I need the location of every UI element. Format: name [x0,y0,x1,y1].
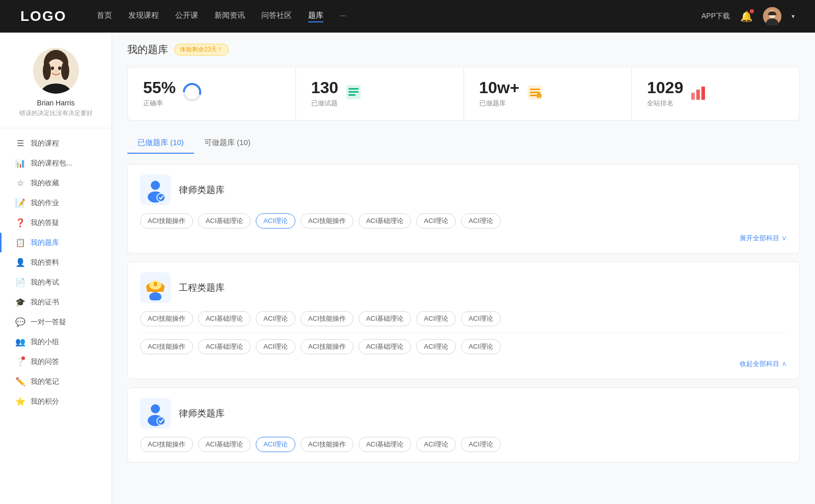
sidebar-menu: ☰ 我的课程 📊 我的课程包... ☆ 我的收藏 📝 我的作业 ❓ 我的答疑 📋 [0,133,112,422]
nav-link-news[interactable]: 新闻资讯 [214,11,245,22]
stat-label-done: 已做试题 [311,99,338,108]
svg-rect-24 [691,93,695,100]
bank-tag[interactable]: ACI理论 [256,339,295,354]
bank-tag[interactable]: ACI理论 [461,339,501,354]
nav-link-home[interactable]: 首页 [97,11,112,22]
sidebar-label: 我的问答 [31,357,59,367]
bank-tag[interactable]: ACI基础理论 [198,213,251,229]
bank-tag[interactable]: ACI理论 [416,311,456,326]
bank-separator [140,332,787,333]
sidebar-item-profile[interactable]: 👤 我的资料 [0,253,112,272]
package-icon: 📊 [15,158,25,168]
bank-tag[interactable]: ACI理论 [461,311,501,326]
sidebar-item-notes[interactable]: ✏️ 我的笔记 [0,372,112,391]
sidebar-item-my-courses[interactable]: ☰ 我的课程 [0,133,112,153]
nav-bell[interactable]: 🔔 [740,10,753,22]
bank-title-lawyer-1: 律师类题库 [179,184,225,196]
bank-tags-engineer-row2: ACI技能操作 ACI基础理论 ACI理论 ACI技能操作 ACI基础理论 AC… [140,339,787,354]
bank-tags-engineer-row1: ACI技能操作 ACI基础理论 ACI理论 ACI技能操作 ACI基础理论 AC… [140,311,787,326]
bank-tag[interactable]: ACI理论 [461,437,501,452]
bank-tag[interactable]: ACI技能操作 [140,311,193,326]
exam-icon: 📄 [15,277,25,287]
group-icon: 👥 [15,337,25,347]
stat-done-banks: 10w+ 已做题库 ! [464,67,632,120]
bank-tag[interactable]: ACI理论 [256,311,295,326]
nav-links: 首页 发现课程 公开课 新闻资讯 问答社区 题库 ··· [97,11,681,22]
bank-tag[interactable]: ACI技能操作 [140,437,193,452]
bank-tag-active[interactable]: ACI理论 [256,437,295,452]
bank-tag[interactable]: ACI基础理论 [198,311,251,326]
sidebar-label: 我的资料 [31,258,59,267]
sidebar-item-homework[interactable]: 📝 我的作业 [0,193,112,213]
sidebar-item-certificate[interactable]: 🎓 我的证书 [0,292,112,312]
svg-point-37 [151,404,160,413]
bank-tags-lawyer-2: ACI技能操作 ACI基础理论 ACI理论 ACI技能操作 ACI基础理论 AC… [140,437,787,452]
user-menu-chevron[interactable]: ▾ [792,13,795,20]
expand-all-button-1[interactable]: 展开全部科目 ∨ [140,234,787,243]
notification-dot [750,9,754,13]
sidebar-item-1on1[interactable]: 💬 一对一答疑 [0,312,112,332]
bank-card-lawyer-1: 律师类题库 ACI技能操作 ACI基础理论 ACI理论 ACI技能操作 ACI基… [127,164,800,254]
nav-link-opencourse[interactable]: 公开课 [175,11,198,22]
stat-number-banks: 10w+ [479,79,520,96]
nav-app-download[interactable]: APP下载 [701,12,730,21]
bank-tag[interactable]: ACI基础理论 [359,311,412,326]
sidebar-label: 我的考试 [31,278,59,287]
svg-rect-25 [696,90,700,100]
svg-rect-33 [154,282,157,286]
sidebar-label: 我的课程包... [31,159,72,168]
sidebar-item-course-packages[interactable]: 📊 我的课程包... [0,153,112,173]
bank-tag[interactable]: ACI基础理论 [359,213,412,229]
nav-link-discover[interactable]: 发现课程 [128,11,159,22]
sidebar-item-group[interactable]: 👥 我的小组 [0,332,112,352]
lawyer-bank-icon-2 [140,398,171,429]
svg-text:!: ! [538,95,539,98]
collapse-all-button[interactable]: 收起全部科目 ∧ [140,359,787,369]
bank-tag[interactable]: ACI基础理论 [198,437,251,452]
bank-tag[interactable]: ACI技能操作 [140,339,193,354]
bank-tag[interactable]: ACI技能操作 [140,213,193,229]
avatar[interactable] [763,7,781,25]
svg-rect-16 [348,91,359,93]
bank-tag[interactable]: ACI技能操作 [301,213,354,229]
sidebar-item-exam[interactable]: 📄 我的考试 [0,272,112,292]
nav-link-questionbank[interactable]: 题库 [308,11,323,22]
svg-point-29 [157,193,165,202]
sidebar-motto: 错误的决定比没有决定要好 [9,109,103,118]
profile-icon: 👤 [15,258,25,267]
done-icon [345,84,362,104]
sidebar-profile: Brian Harris 错误的决定比没有决定要好 [0,48,112,128]
tab-available[interactable]: 可做题库 (10) [194,133,261,154]
bank-tag[interactable]: ACI基础理论 [359,339,412,354]
course-icon: ☰ [15,138,25,148]
page-header: 我的题库 体验剩余23天！ [127,43,800,57]
bank-tag[interactable]: ACI技能操作 [301,437,354,452]
sidebar-item-questions[interactable]: ❓ 我的答疑 [0,213,112,233]
bank-tag[interactable]: ACI技能操作 [301,311,354,326]
bank-tag[interactable]: ACI基础理论 [198,339,251,354]
bank-tag[interactable]: ACI理论 [416,437,456,452]
bank-icon: 📋 [15,238,25,247]
sidebar-item-questionbank[interactable]: 📋 我的题库 [0,233,112,253]
bank-tag-active[interactable]: ACI理论 [256,213,295,229]
sidebar-item-my-qa[interactable]: ❔ 我的问答 [0,352,112,372]
bank-title-lawyer-2: 律师类题库 [179,407,225,419]
nav-link-qa[interactable]: 问答社区 [261,11,292,22]
qa-badge [21,356,25,360]
sidebar-label: 我的小组 [31,338,59,347]
bank-tag[interactable]: ACI基础理论 [359,437,412,452]
sidebar-label: 我的证书 [31,298,59,307]
sidebar-item-favorites[interactable]: ☆ 我的收藏 [0,173,112,193]
tab-done[interactable]: 已做题库 (10) [127,133,194,154]
bank-tag[interactable]: ACI技能操作 [301,339,354,354]
bank-tag[interactable]: ACI理论 [461,213,501,229]
svg-point-27 [151,181,160,190]
bank-tag[interactable]: ACI理论 [416,213,456,229]
sidebar-label: 我的笔记 [31,377,59,386]
sidebar-item-points[interactable]: ⭐ 我的积分 [0,391,112,411]
nav-link-more[interactable]: ··· [340,11,346,22]
bank-tag[interactable]: ACI理论 [416,339,456,354]
engineer-bank-icon [140,272,171,303]
ranking-icon [690,85,707,103]
avatar-svg [33,48,79,94]
